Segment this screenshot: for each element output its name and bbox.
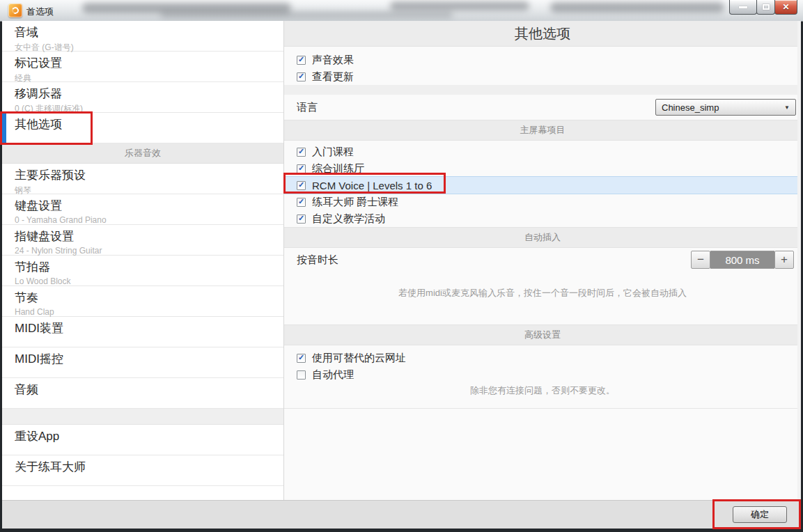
duration-value: 800 ms: [710, 251, 774, 269]
sound-effects-checkbox[interactable]: ✓: [297, 56, 306, 65]
increment-button[interactable]: +: [774, 251, 794, 269]
sidebar-item-label: MIDI摇控: [15, 351, 283, 367]
sidebar-item-label: MIDI装置: [15, 320, 283, 336]
checkbox-label: 综合训练厅: [312, 162, 364, 175]
language-label: 语言: [297, 101, 318, 114]
sidebar-item-keyboard-settings[interactable]: 键盘设置 0 - Yamaha Grand Piano: [2, 194, 283, 225]
sidebar-item-label: 关于练耳大师: [15, 459, 283, 475]
sidebar-item-other-options[interactable]: 其他选项: [2, 113, 283, 143]
sidebar-item-fretboard-settings[interactable]: 指键盘设置 24 - Nylon String Guitar: [2, 225, 283, 256]
check-updates-checkbox[interactable]: ✓: [297, 72, 306, 81]
checkmark-icon: ✓: [298, 181, 304, 189]
sidebar-item-label: 移调乐器: [15, 86, 283, 102]
sidebar-item-label: 键盘设置: [15, 198, 283, 214]
checkbox-row-sound-effects: ✓ 声音效果: [284, 52, 801, 68]
sidebar-item-label: 音域: [15, 24, 283, 40]
chevron-down-icon: ▼: [784, 104, 790, 111]
sidebar-item-metronome[interactable]: 节拍器 Lo Wood Block: [2, 256, 283, 286]
redaction-smudge: [160, 11, 453, 18]
sidebar-item-label: 节拍器: [15, 259, 283, 275]
home-screen-group: ✓ 入门课程 ✓ 综合训练厅 ✓ RCM Voice | Levels 1 to…: [284, 141, 801, 227]
sidebar-item-label: 其他选项: [15, 116, 283, 132]
language-value: Chinese_simp: [662, 102, 719, 113]
sidebar-item-reset-app[interactable]: 重设App: [2, 425, 283, 455]
training-hall-checkbox[interactable]: ✓: [297, 164, 306, 173]
redaction-smudge: [550, 2, 724, 13]
auto-insert-section-header: 自动插入: [284, 227, 801, 248]
home-screen-section-header: 主屏幕项目: [284, 120, 801, 141]
sidebar-item-about[interactable]: 关于练耳大师: [2, 455, 283, 486]
checkmark-icon: ✓: [298, 72, 304, 80]
sidebar-item-label: 重设App: [15, 428, 283, 444]
minus-icon: −: [697, 253, 704, 267]
redaction-smudge: [390, 1, 529, 10]
custom-activities-checkbox[interactable]: ✓: [297, 214, 306, 224]
sidebar-section-instrument-sounds: 乐器音效: [2, 143, 283, 164]
maximize-button[interactable]: [756, 0, 775, 15]
checkbox-label: 查看更新: [312, 70, 354, 84]
app-logo-glyph: [11, 6, 20, 15]
checkmark-icon: ✓: [298, 198, 304, 205]
sidebar-item-label: 标记设置: [15, 55, 283, 71]
checkbox-label: RCM Voice | Levels 1 to 6: [312, 180, 432, 191]
title-bar[interactable]: 首选项 ✕: [0, 0, 803, 22]
duration-label: 按音时长: [297, 253, 338, 267]
sidebar-item-main-instrument-preset[interactable]: 主要乐器预设 钢琴: [2, 164, 283, 194]
sidebar-item-transposing-instrument[interactable]: 移调乐器 0 (C) 非移调(标准): [2, 82, 283, 113]
duration-stepper: − 800 ms +: [691, 251, 794, 269]
sidebar-item-sublabel: Lo Wood Block: [15, 276, 283, 286]
preferences-window: 首选项 ✕ 音域 女中音 (G-谱号) 标记设置 经典 移调乐器 0 (C) 非…: [0, 0, 803, 532]
sidebar-item-sublabel: Hand Clap: [15, 307, 283, 317]
checkbox-label: 练耳大师 爵士课程: [312, 196, 398, 209]
window-title: 首选项: [26, 6, 54, 18]
checkbox-label: 入门课程: [312, 146, 354, 159]
decrement-button[interactable]: −: [691, 251, 710, 269]
language-row: 语言 Chinese_simp ▼: [284, 95, 801, 120]
advanced-hint: 除非您有连接问题，否则不要更改。: [284, 384, 801, 397]
section-separator: [284, 408, 801, 409]
sidebar-item-midi-remote[interactable]: MIDI摇控: [2, 347, 283, 378]
close-button[interactable]: ✕: [774, 0, 797, 15]
checkbox-label: 自定义教学活动: [312, 212, 385, 226]
language-select[interactable]: Chinese_simp ▼: [655, 99, 796, 116]
auto-proxy-checkbox[interactable]: [297, 370, 306, 380]
content-area: 音域 女中音 (G-谱号) 标记设置 经典 移调乐器 0 (C) 非移调(标准)…: [2, 21, 801, 529]
other-options-panel: 其他选项 ✓ 声音效果 ✓ 查看更新 语言 Chinese_simp ▼: [284, 21, 801, 529]
rcm-voice-checkbox[interactable]: ✓: [297, 181, 306, 190]
checkmark-icon: ✓: [298, 214, 304, 222]
checkbox-row-jazz-courses: ✓ 练耳大师 爵士课程: [284, 194, 801, 210]
beginner-courses-checkbox[interactable]: ✓: [297, 148, 306, 157]
advanced-group: ✓ 使用可替代的云网址 自动代理: [284, 345, 801, 383]
sidebar-spacer: [2, 409, 283, 425]
sidebar-item-voice-range[interactable]: 音域 女中音 (G-谱号): [2, 21, 283, 52]
general-options-group: ✓ 声音效果 ✓ 查看更新: [284, 47, 801, 85]
checkbox-row-custom-activities: ✓ 自定义教学活动: [284, 210, 801, 227]
checkmark-icon: ✓: [298, 164, 304, 172]
checkbox-row-auto-proxy: 自动代理: [284, 366, 801, 383]
ok-button[interactable]: 确定: [733, 506, 787, 523]
section-divider-band: [284, 85, 801, 95]
sidebar-item-sublabel: 0 - Yamaha Grand Piano: [15, 215, 283, 225]
sidebar-item-label: 音频: [15, 382, 283, 398]
checkbox-row-alt-cloud-url: ✓ 使用可替代的云网址: [284, 350, 801, 366]
dialog-footer: 确定: [2, 500, 801, 529]
sidebar-item-audio[interactable]: 音频: [2, 378, 283, 409]
settings-sidebar: 音域 女中音 (G-谱号) 标记设置 经典 移调乐器 0 (C) 非移调(标准)…: [2, 21, 284, 529]
checkbox-label: 使用可替代的云网址: [312, 352, 406, 365]
app-logo-icon: [8, 3, 22, 17]
checkbox-row-rcm-voice: ✓ RCM Voice | Levels 1 to 6: [284, 176, 801, 194]
scrollbar-track[interactable]: [797, 21, 801, 529]
sidebar-item-midi-devices[interactable]: MIDI装置: [2, 317, 283, 347]
advanced-section-header: 高级设置: [284, 324, 801, 345]
sidebar-item-label: 主要乐器预设: [15, 167, 283, 183]
minimize-button[interactable]: [729, 0, 757, 15]
alt-cloud-url-checkbox[interactable]: ✓: [297, 354, 306, 363]
jazz-courses-checkbox[interactable]: ✓: [297, 198, 306, 207]
close-icon: ✕: [782, 2, 789, 12]
checkbox-row-training-hall: ✓ 综合训练厅: [284, 160, 801, 177]
sidebar-item-rhythm[interactable]: 节奏 Hand Clap: [2, 286, 283, 317]
sidebar-item-notation-settings[interactable]: 标记设置 经典: [2, 52, 283, 82]
sidebar-item-sublabel: 24 - Nylon String Guitar: [15, 246, 283, 256]
checkbox-label: 自动代理: [312, 368, 354, 382]
checkmark-icon: ✓: [298, 354, 304, 361]
